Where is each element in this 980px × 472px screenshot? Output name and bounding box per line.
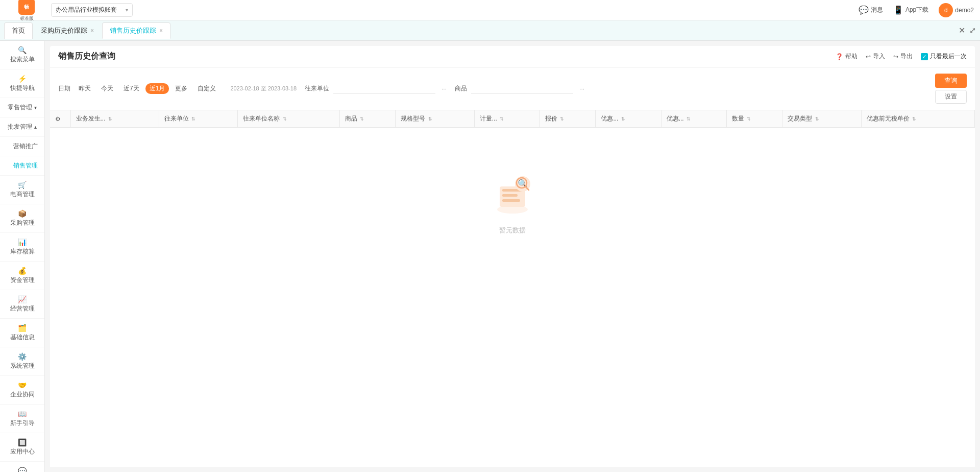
sidebar-sales-label: 销售管理 — [13, 161, 38, 170]
tab-sales[interactable]: 销售历史价跟踪 × — [102, 22, 170, 39]
filter-action-buttons: 查询 设置 — [935, 74, 967, 104]
sort-icon: ⇅ — [912, 116, 916, 122]
col-unit[interactable]: 计量... ⇅ — [474, 110, 540, 128]
col-settings[interactable]: ⚙ — [50, 110, 70, 128]
chevron-down-icon: ▾ — [126, 7, 128, 13]
date-filter-group: 日期 昨天 今天 近7天 近1月 更多 自定义 — [58, 83, 220, 94]
import-btn[interactable]: ↩ 导入 — [866, 52, 885, 61]
app-download-label: App下载 — [905, 6, 928, 14]
sidebar-item-sales[interactable]: 销售管理 — [0, 156, 44, 176]
sidebar-item-guide[interactable]: 📖 新手引导 — [0, 405, 44, 433]
sidebar-enterprise-label: 企业协同 — [10, 390, 35, 399]
col-partner-code-label: 往来单位 — [164, 115, 189, 122]
purchase-icon: 📦 — [18, 209, 27, 218]
app-selector[interactable]: 办公用品行业模拟账套 ▾ — [51, 3, 133, 17]
sidebar-item-retail[interactable]: 零售管理 ▾ — [0, 98, 44, 117]
col-unit-label: 计量... — [480, 115, 497, 122]
sidebar-item-wechat[interactable]: 💬 企业微信 — [0, 462, 44, 472]
col-pre-tax-price[interactable]: 优惠前无税单价 ⇅ — [861, 110, 974, 128]
settings-button[interactable]: 设置 — [935, 90, 967, 104]
sort-icon: ⇅ — [621, 116, 625, 122]
sidebar-wholesale-label: 批发管理 — [8, 123, 32, 131]
page-header: 销售历史价查询 ❓ 帮助 ↩ 导入 ↪ 导出 ✓ 只看最后一次 — [50, 46, 975, 67]
date-opt-today[interactable]: 今天 — [97, 83, 117, 94]
message-icon: 💬 — [859, 5, 869, 15]
export-btn[interactable]: ↪ 导出 — [893, 52, 913, 61]
only-last-checkbox[interactable]: ✓ 只看最后一次 — [921, 52, 967, 61]
col-partner-code[interactable]: 往来单位 ⇅ — [159, 110, 237, 128]
close-tab-btn[interactable]: ✕ — [959, 26, 965, 35]
col-discount1-label: 优惠... — [601, 115, 618, 122]
sidebar-retail-label: 零售管理 — [8, 103, 32, 112]
sidebar-operations-label: 经营管理 — [10, 304, 35, 313]
col-discount1[interactable]: 优惠... ⇅ — [596, 110, 661, 128]
tab-bar: 首页 采购历史价跟踪 × 销售历史价跟踪 × ✕ ⤢ — [0, 20, 980, 41]
sidebar-item-marketing[interactable]: 营销推广 — [0, 137, 44, 156]
col-quantity[interactable]: 数量 ⇅ — [726, 110, 782, 128]
date-opt-yesterday[interactable]: 昨天 — [75, 83, 95, 94]
appstore-icon: 🔲 — [18, 438, 27, 446]
guide-icon: 📖 — [18, 410, 27, 418]
product-dots[interactable]: ··· — [579, 85, 584, 92]
empty-text: 暂元数据 — [499, 226, 526, 235]
sidebar-basic-label: 基础信息 — [10, 333, 35, 342]
partner-filter-label: 往来单位 — [305, 84, 329, 93]
tab-sales-close[interactable]: × — [159, 28, 163, 34]
partner-dots[interactable]: ··· — [442, 85, 447, 92]
date-opt-custom[interactable]: 自定义 — [193, 83, 220, 94]
sidebar-item-appstore[interactable]: 🔲 应用中心 — [0, 433, 44, 462]
help-label: 帮助 — [845, 52, 857, 61]
svg-text:畅: 畅 — [24, 4, 29, 10]
sidebar-item-shortcut[interactable]: ⚡ 快捷导航 — [0, 69, 44, 98]
date-opt-7days[interactable]: 近7天 — [119, 83, 143, 94]
query-button[interactable]: 查询 — [935, 74, 967, 88]
app-download-action[interactable]: 📱 App下载 — [893, 5, 928, 15]
sidebar-item-inventory[interactable]: 📊 库存核算 — [0, 233, 44, 262]
sidebar-item-ecommerce[interactable]: 🛒 电商管理 — [0, 176, 44, 204]
date-range-display: 2023-02-18 至 2023-03-18 — [230, 85, 297, 92]
sidebar-item-search[interactable]: 🔍 搜索菜单 — [0, 41, 44, 69]
sort-icon: ⇅ — [560, 116, 564, 122]
col-quoted-price-label: 报价 — [545, 115, 557, 122]
col-quoted-price[interactable]: 报价 ⇅ — [540, 110, 595, 128]
product-input[interactable] — [471, 84, 573, 93]
tab-purchase[interactable]: 采购历史价跟踪 × — [34, 22, 101, 39]
sidebar-search-label: 搜索菜单 — [10, 55, 35, 64]
search-icon: 🔍 — [18, 46, 27, 54]
date-opt-more[interactable]: 更多 — [171, 83, 191, 94]
sidebar-item-finance[interactable]: 💰 资金管理 — [0, 262, 44, 290]
col-biz-date[interactable]: 业务发生... ⇅ — [70, 110, 159, 128]
sidebar-item-purchase[interactable]: 📦 采购管理 — [0, 204, 44, 233]
sidebar-item-wholesale[interactable]: 批发管理 ▴ — [0, 117, 44, 137]
col-biz-date-label: 业务发生... — [76, 115, 106, 122]
partner-input[interactable] — [333, 84, 435, 93]
settings-icon: ⚙ — [55, 115, 61, 123]
only-last-label: 只看最后一次 — [930, 52, 967, 61]
col-partner-name[interactable]: 往来单位名称 ⇅ — [238, 110, 340, 128]
tab-purchase-close[interactable]: × — [90, 28, 94, 34]
sort-icon: ⇅ — [815, 116, 819, 122]
chevron-down-icon: ▾ — [34, 105, 37, 110]
col-product[interactable]: 商品 ⇅ — [339, 110, 395, 128]
col-spec[interactable]: 规格型号 ⇅ — [396, 110, 474, 128]
sidebar-marketing-label: 营销推广 — [13, 142, 38, 151]
tab-home[interactable]: 首页 — [4, 22, 33, 39]
message-action[interactable]: 💬 消息 — [859, 5, 883, 15]
user-action[interactable]: d demo2 — [939, 3, 974, 17]
col-discount2[interactable]: 优惠... ⇅ — [661, 110, 726, 128]
sidebar-item-system[interactable]: ⚙️ 系统管理 — [0, 347, 44, 376]
maximize-btn[interactable]: ⤢ — [969, 26, 976, 35]
filter-bar: 日期 昨天 今天 近7天 近1月 更多 自定义 2023-02-18 至 202… — [50, 67, 975, 110]
sidebar-item-enterprise[interactable]: 🤝 企业协同 — [0, 376, 44, 405]
sidebar-inventory-label: 库存核算 — [10, 247, 35, 256]
tab-bar-right: ✕ ⤢ — [959, 26, 976, 35]
date-opt-1month[interactable]: 近1月 — [145, 83, 169, 94]
help-btn[interactable]: ❓ 帮助 — [836, 52, 857, 61]
sidebar-item-operations[interactable]: 📈 经营管理 — [0, 290, 44, 319]
sort-icon: ⇅ — [428, 116, 432, 122]
sidebar-item-basic[interactable]: 🗂️ 基础信息 — [0, 319, 44, 347]
sort-icon: ⇅ — [283, 116, 287, 122]
import-label: 导入 — [873, 52, 885, 61]
col-trade-type[interactable]: 交易类型 ⇅ — [782, 110, 861, 128]
page-title: 销售历史价查询 — [58, 51, 115, 62]
